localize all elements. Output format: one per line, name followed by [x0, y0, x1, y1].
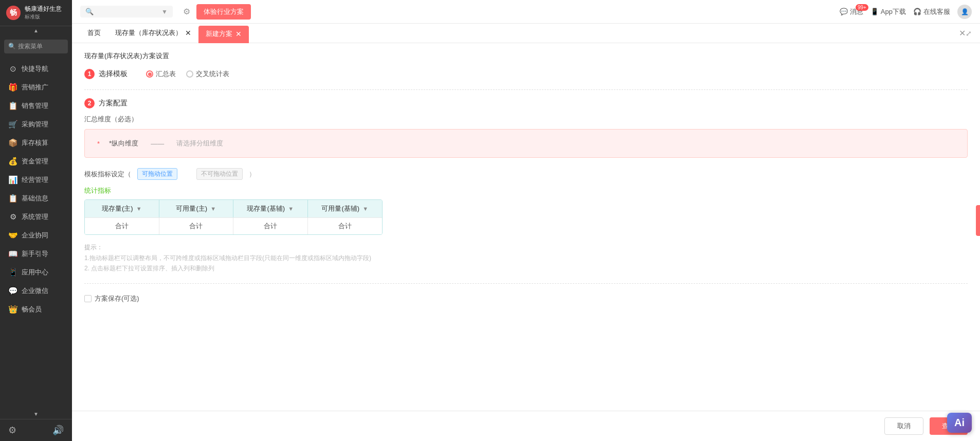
sidebar-item-label: 新手引导	[22, 249, 48, 259]
wechat-icon: 💬	[8, 286, 17, 296]
save-checkbox[interactable]	[84, 295, 92, 302]
stats-header-cell-3[interactable]: 可用量(基辅) ▼	[308, 200, 383, 217]
stats-table: 现存量(主) ▼ 可用量(主) ▼ 现存量(基辅) ▼	[84, 199, 383, 235]
sidebar-item-label: 采购管理	[22, 120, 48, 129]
purchase-icon: 🛒	[8, 120, 17, 129]
avatar-icon: 👤	[961, 8, 969, 15]
sidebar-item-basic-info[interactable]: 📋 基础信息	[0, 189, 72, 208]
message-btn[interactable]: 💬 消息 99+	[840, 7, 863, 16]
sidebar-search[interactable]: 🔍 搜索菜单	[4, 40, 68, 53]
topbar-chevron-icon[interactable]: ▼	[161, 8, 168, 15]
radio-cross-label: 交叉统计表	[196, 69, 229, 79]
tips-title: 提示：	[84, 243, 968, 252]
scroll-up-icon[interactable]: ▲	[33, 28, 39, 33]
summary-dim-label: 汇总维度（必选）	[84, 115, 968, 124]
right-edge-bar[interactable]	[976, 205, 980, 236]
try-industry-btn[interactable]: 体验行业方案	[196, 4, 251, 20]
step1-header: 1 选择模板 汇总表 交叉统计表	[84, 69, 968, 79]
headset-icon: 🎧	[913, 8, 921, 15]
sidebar-item-wechat[interactable]: 💬 企业微信	[0, 282, 72, 300]
ai-badge[interactable]: Ai	[947, 413, 972, 433]
message-badge: 99+	[856, 4, 868, 11]
sidebar-item-quick-nav[interactable]: ⊙ 快捷导航	[0, 60, 72, 78]
online-service-btn[interactable]: 🎧 在线客服	[913, 7, 950, 16]
stats-header-chevron-2[interactable]: ▼	[288, 206, 294, 212]
tips-item-0: 1.拖动标题栏可以调整布局，不可跨维度或指标区域拖动栏目字段(只能在同一维度或指…	[84, 254, 968, 263]
new-scheme-tab-label: 新建方案	[206, 29, 232, 39]
dim-dash: ——	[151, 140, 164, 148]
speaker-icon[interactable]: 🔊	[52, 425, 64, 436]
topbar-search-input[interactable]	[97, 8, 158, 15]
main-wrapper: 🔍 ▼ ⚙ 体验行业方案 💬 消息 99+ 📱 App下载 🎧 在线客服	[72, 0, 980, 441]
required-star: *	[97, 140, 100, 148]
sidebar-item-member[interactable]: 👑 畅会员	[0, 300, 72, 319]
scroll-up-area[interactable]: ▲	[0, 26, 72, 35]
sidebar-item-operations[interactable]: 📊 经营管理	[0, 171, 72, 189]
inventory-tab-close-icon[interactable]: ✕	[185, 29, 191, 37]
stats-header-label-2: 现存量(基辅)	[247, 204, 285, 213]
sidebar-item-finance[interactable]: 💰 资金管理	[0, 152, 72, 171]
stats-header-chevron-3[interactable]: ▼	[362, 206, 368, 212]
vertical-dim-placeholder[interactable]: 请选择分组维度	[176, 139, 223, 148]
stats-header-cell-1[interactable]: 可用量(主) ▼	[159, 200, 234, 217]
settings-icon[interactable]: ⚙	[8, 425, 16, 436]
message-icon: 💬	[840, 8, 848, 15]
stats-header-label-1: 可用量(主)	[176, 204, 207, 213]
save-option: 方案保存(可选)	[84, 294, 968, 303]
stats-body-cell-0-2: 合计	[233, 217, 308, 234]
radio-summary-dot	[146, 70, 153, 78]
scroll-down-icon[interactable]: ▼	[33, 412, 39, 417]
sidebar-item-label: 库存核算	[22, 138, 48, 148]
sidebar-item-label: 销售管理	[22, 101, 48, 111]
radio-cross[interactable]: 交叉统计表	[186, 69, 229, 79]
tab-inventory-status[interactable]: 现存量（库存状况表） ✕	[108, 24, 198, 43]
radio-cross-dot	[186, 70, 193, 78]
sidebar-item-system[interactable]: ⚙ 系统管理	[0, 208, 72, 226]
new-scheme-tab-close-icon[interactable]: ✕	[235, 30, 242, 38]
sidebar-item-purchase[interactable]: 🛒 采购管理	[0, 115, 72, 134]
online-service-label: 在线客服	[923, 7, 950, 16]
step2-section: 2 方案配置 汇总维度（必选） * *纵向维度 —— 请选择分组维度 模板指标设…	[84, 98, 968, 273]
stats-header-cell-0[interactable]: 现存量(主) ▼	[85, 200, 159, 217]
sidebar-item-sales[interactable]: 📋 销售管理	[0, 97, 72, 115]
indicator-settings-label: 模板指标设定（	[84, 170, 131, 179]
stats-header-chevron-0[interactable]: ▼	[136, 206, 142, 212]
stats-header-chevron-1[interactable]: ▼	[210, 206, 216, 212]
cancel-button[interactable]: 取消	[884, 417, 923, 435]
basic-info-icon: 📋	[8, 194, 17, 203]
topbar-gear-icon[interactable]: ⚙	[183, 7, 190, 16]
sidebar-item-marketing[interactable]: 🎁 营销推广	[0, 78, 72, 97]
sidebar-item-app-center[interactable]: 📱 应用中心	[0, 263, 72, 282]
system-icon: ⚙	[8, 212, 17, 222]
statistics-title: 统计指标	[84, 186, 968, 195]
sidebar-item-label: 资金管理	[22, 157, 48, 166]
stats-header-cell-2[interactable]: 现存量(基辅) ▼	[233, 200, 308, 217]
statistics-section: 统计指标 现存量(主) ▼ 可用量(主) ▼	[84, 186, 968, 235]
stats-body-cell-0-3: 合计	[308, 217, 383, 234]
dimension-row: * *纵向维度 —— 请选择分组维度	[97, 139, 955, 148]
logo-icon: 畅	[6, 6, 21, 20]
window-expand-icon[interactable]: ⤢	[966, 29, 972, 38]
tab-home[interactable]: 首页	[80, 24, 108, 43]
window-close-icon[interactable]: ✕	[959, 28, 966, 38]
indicator-separator	[184, 170, 190, 179]
user-avatar[interactable]: 👤	[957, 5, 972, 19]
search-icon: 🔍	[8, 43, 16, 50]
phone-icon: 📱	[870, 8, 879, 15]
sidebar-item-label: 企业协同	[22, 231, 48, 240]
radio-summary[interactable]: 汇总表	[146, 69, 176, 79]
app-download-btn[interactable]: 📱 App下载	[870, 7, 906, 16]
inventory-icon: 📦	[8, 138, 17, 148]
sidebar-nav: ⊙ 快捷导航 🎁 营销推广 📋 销售管理 🛒 采购管理 📦 库存核算 💰 资金管…	[0, 58, 72, 410]
sidebar-item-new-guide[interactable]: 📖 新手引导	[0, 245, 72, 263]
indicator-close-paren: ）	[249, 170, 256, 179]
tips-section: 提示： 1.拖动标题栏可以调整布局，不可跨维度或指标区域拖动栏目字段(只能在同一…	[84, 243, 968, 273]
sidebar-item-label: 畅会员	[22, 305, 42, 314]
sidebar-item-inventory[interactable]: 📦 库存核算	[0, 134, 72, 152]
scroll-down-area[interactable]: ▼	[0, 410, 72, 419]
topbar-left: 🔍 ▼ ⚙ 体验行业方案	[80, 4, 251, 20]
topbar-search-area[interactable]: 🔍 ▼	[80, 6, 173, 17]
tab-new-scheme[interactable]: 新建方案 ✕	[198, 26, 249, 43]
sidebar-item-enterprise[interactable]: 🤝 企业协同	[0, 226, 72, 245]
vertical-dim-label: *纵向维度	[109, 139, 138, 148]
